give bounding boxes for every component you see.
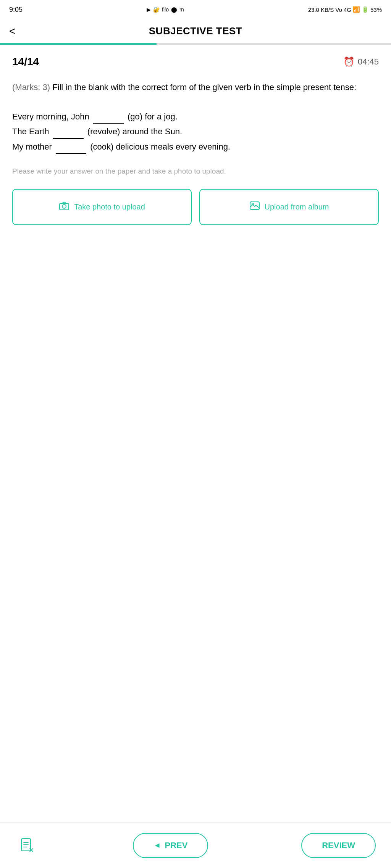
timer-icon: ⏰ (343, 56, 355, 67)
blank-3 (56, 139, 86, 154)
status-time: 9:05 (9, 6, 23, 14)
doc-icon-button[interactable] (15, 833, 40, 858)
line2-text: The Earth (revolve) around the Sun. (12, 127, 182, 136)
review-button[interactable]: REVIEW (301, 833, 376, 858)
svg-point-1 (62, 205, 66, 208)
circle-icon: ⬤ (171, 6, 177, 13)
status-right: 23.0 KB/S Vo 4G 📶 🔋 53% (308, 6, 382, 13)
status-icons: ▶ 🔐 filo ⬤ m (147, 6, 184, 13)
vpn-icon: 🔐 (153, 6, 160, 13)
review-label: REVIEW (322, 841, 355, 850)
line1-text: Every morning, John (go) for a jog. (12, 112, 178, 121)
take-photo-label: Take photo to upload (74, 203, 145, 211)
battery-icon: 🔋 (362, 6, 369, 13)
timer: ⏰ 04:45 (343, 56, 379, 67)
take-photo-button[interactable]: Take photo to upload (12, 189, 192, 225)
timer-value: 04:45 (358, 57, 379, 67)
network-type: Vo 4G (335, 6, 351, 13)
main-content: 14/14 ⏰ 04:45 (Marks: 3) Fill in the bla… (0, 45, 391, 404)
line3-text: My mother (cook) delicious meals every e… (12, 142, 230, 151)
kb-s: 23.0 KB/S (308, 6, 334, 13)
marks-label: (Marks: 3) (12, 82, 50, 92)
prev-label: PREV (165, 841, 188, 850)
instruction-text: Please write your answer on the paper an… (12, 166, 379, 177)
back-button[interactable]: < (9, 25, 15, 37)
upload-album-label: Upload from album (265, 203, 329, 211)
page-title: SUBJECTIVE TEST (149, 25, 242, 37)
content-spacer (12, 240, 379, 393)
status-bar: 9:05 ▶ 🔐 filo ⬤ m 23.0 KB/S Vo 4G 📶 🔋 53… (0, 0, 391, 19)
question-header: 14/14 ⏰ 04:45 (12, 56, 379, 68)
battery-percent: 53% (370, 6, 382, 13)
header: < SUBJECTIVE TEST (0, 19, 391, 43)
prev-button[interactable]: ◄ PREV (133, 833, 208, 858)
question-body: Fill in the blank with the correct form … (52, 82, 356, 92)
upload-buttons: Take photo to upload Upload from album (12, 189, 379, 225)
question-text: (Marks: 3) Fill in the blank with the co… (12, 80, 379, 154)
question-number: 14/14 (12, 56, 39, 68)
camera-icon (59, 200, 69, 214)
m-icon: m (179, 6, 184, 13)
video-icon: ▶ (147, 6, 151, 13)
blank-2 (53, 124, 84, 138)
blank-1 (93, 109, 124, 124)
filo-label: filo (162, 6, 169, 13)
bottom-nav: ◄ PREV REVIEW (0, 822, 391, 868)
signal-icon: 📶 (353, 6, 360, 13)
prev-arrow-icon: ◄ (153, 841, 161, 850)
upload-album-button[interactable]: Upload from album (199, 189, 379, 225)
photo-icon (249, 200, 260, 214)
